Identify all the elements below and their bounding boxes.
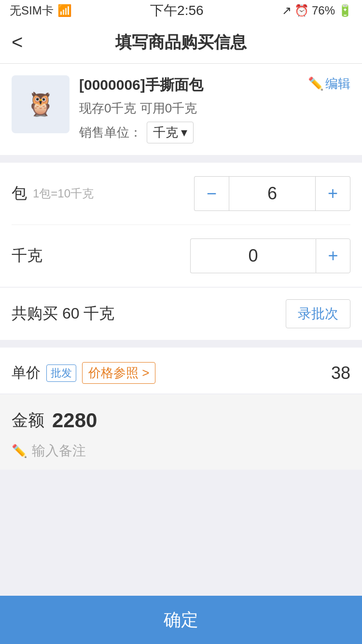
price-section: 单价 批发 价格参照 > 38 — [0, 348, 362, 393]
price-row: 单价 批发 价格参照 > 38 — [12, 362, 350, 384]
package-increment-button[interactable]: + — [316, 176, 350, 211]
confirm-button[interactable]: 确定 — [0, 596, 362, 644]
kg-increment-button[interactable]: + — [316, 238, 350, 273]
page-title: 填写商品购买信息 — [115, 31, 247, 54]
nav-bar: < 填写商品购买信息 — [0, 21, 362, 64]
input-section: 包 1包=10千克 − + 千克 + — [0, 163, 362, 287]
amount-label: 金额 — [12, 409, 44, 432]
product-name: [0000006]手撕面包 — [79, 75, 203, 95]
amount-section: 金额 2280 ✏️ 输入备注 — [0, 394, 362, 470]
product-section: 🦉 [0000006]手撕面包 ✏️ 编辑 现存0千克 可用0千克 销售单位： … — [0, 64, 362, 155]
edit-icon: ✏️ — [308, 76, 323, 91]
bottom-spacer — [0, 470, 362, 615]
product-stock: 现存0千克 可用0千克 — [79, 100, 350, 117]
status-time: 下午2:56 — [150, 1, 204, 20]
price-ref-button[interactable]: 价格参照 > — [82, 362, 155, 384]
price-value: 38 — [331, 363, 350, 383]
status-bar: 无SIM卡 📶 下午2:56 ↗ ⏰ 76% 🔋 — [0, 0, 362, 21]
package-decrement-button[interactable]: − — [194, 176, 229, 211]
kg-label-text: 千克 — [12, 245, 42, 266]
summary-text: 共购买 60 千克 — [12, 303, 114, 324]
pencil-icon: ✏️ — [12, 444, 27, 459]
kg-label: 千克 — [12, 245, 42, 266]
carrier-text: 无SIM卡 — [10, 3, 54, 18]
package-input[interactable] — [229, 176, 316, 211]
battery-icon: 🔋 — [338, 4, 352, 17]
package-controls: − + — [194, 176, 350, 211]
status-left: 无SIM卡 📶 — [10, 3, 72, 18]
package-sublabel: 1包=10千克 — [33, 186, 94, 201]
product-info: [0000006]手撕面包 ✏️ 编辑 现存0千克 可用0千克 销售单位： 千克… — [79, 75, 350, 143]
wifi-icon: 📶 — [57, 4, 72, 17]
remark-row[interactable]: ✏️ 输入备注 — [12, 442, 350, 460]
product-logo: 🦉 — [26, 91, 55, 118]
kg-input-row: 千克 + — [12, 225, 350, 287]
product-image: 🦉 — [12, 75, 70, 133]
package-input-row: 包 1包=10千克 − + — [12, 163, 350, 225]
product-name-row: [0000006]手撕面包 ✏️ 编辑 — [79, 75, 350, 95]
price-tag: 批发 — [46, 364, 76, 382]
unit-value: 千克 — [153, 124, 178, 141]
price-label: 单价 — [12, 363, 41, 383]
location-icon: ↗ — [282, 4, 292, 17]
batch-button[interactable]: 录批次 — [286, 299, 350, 328]
battery-text: 76% — [312, 4, 335, 17]
summary-section: 共购买 60 千克 录批次 — [0, 288, 362, 340]
package-label: 包 1包=10千克 — [12, 183, 94, 204]
amount-row: 金额 2280 — [12, 409, 350, 432]
unit-selector[interactable]: 千克 ▾ — [147, 122, 194, 143]
alarm-icon: ⏰ — [294, 4, 309, 17]
product-unit-row: 销售单位： 千克 ▾ — [79, 122, 350, 143]
kg-controls: + — [190, 238, 350, 273]
price-label-group: 单价 批发 价格参照 > — [12, 362, 155, 384]
unit-dropdown-icon: ▾ — [181, 125, 187, 140]
package-label-text: 包 — [12, 183, 27, 204]
edit-label: 编辑 — [325, 75, 350, 92]
status-right: ↗ ⏰ 76% 🔋 — [282, 4, 352, 17]
amount-value: 2280 — [52, 409, 97, 432]
back-button[interactable]: < — [12, 31, 23, 53]
edit-button[interactable]: ✏️ 编辑 — [308, 75, 350, 92]
kg-input[interactable] — [190, 238, 316, 273]
remark-placeholder: 输入备注 — [32, 442, 86, 460]
unit-label: 销售单位： — [79, 124, 142, 141]
